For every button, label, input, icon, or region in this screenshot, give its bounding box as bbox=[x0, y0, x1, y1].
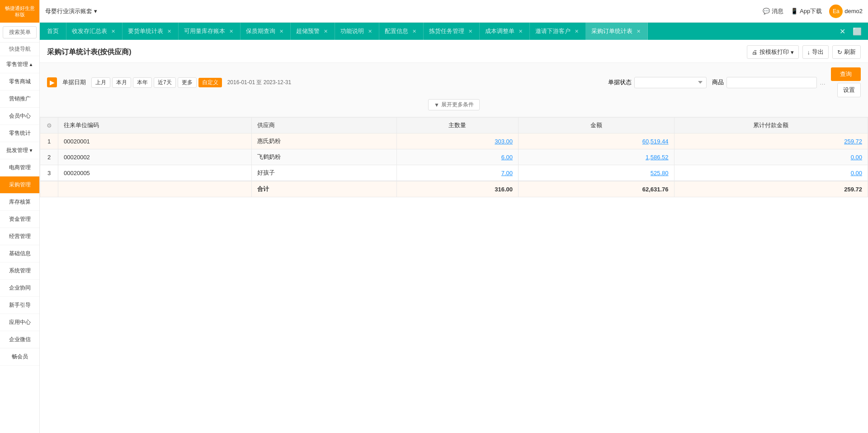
quantity-link[interactable]: 6.00 bbox=[501, 154, 513, 161]
sidebar-item-system[interactable]: 系统管理 bbox=[0, 262, 39, 280]
query-settings-area: 查询 设置 bbox=[831, 67, 861, 97]
table-row: 3 00020005 好孩子 7.00 525.80 0.00 bbox=[40, 165, 868, 181]
top-bar: 母婴行业演示账套 ▾ 💬 消息 📱 App下载 Ea demo2 bbox=[40, 0, 868, 23]
amount-link[interactable]: 60,519.44 bbox=[642, 138, 669, 145]
row-amount: 60,519.44 bbox=[519, 133, 675, 149]
filter-toggle-button[interactable]: ▶ bbox=[47, 77, 57, 87]
sidebar-item-retail-mall[interactable]: 零售商城 bbox=[0, 73, 39, 90]
sidebar-item-finance[interactable]: 资金管理 bbox=[0, 211, 39, 228]
quick-nav-label[interactable]: 快捷导航 bbox=[0, 43, 39, 56]
tab-maximize-button[interactable]: ⬜ bbox=[851, 26, 863, 37]
row-supplier: 惠氏奶粉 bbox=[252, 133, 396, 149]
message-button[interactable]: 💬 消息 bbox=[763, 7, 783, 15]
sidebar-item-label: 零售统计 bbox=[9, 129, 31, 137]
close-icon[interactable]: ✕ bbox=[635, 28, 642, 35]
table-footer-row: 合计 316.00 62,631.76 259.72 bbox=[40, 181, 868, 197]
tab-config-info[interactable]: 配置信息 ✕ bbox=[379, 23, 424, 40]
sidebar-item-operations[interactable]: 经营管理 bbox=[0, 228, 39, 245]
close-icon[interactable]: ✕ bbox=[367, 28, 373, 35]
footer-empty bbox=[58, 181, 252, 197]
date-option-last-month[interactable]: 上月 bbox=[91, 77, 110, 88]
refresh-button[interactable]: ↻ 刷新 bbox=[832, 45, 861, 59]
print-button[interactable]: 🖨 按模板打印 ▾ bbox=[747, 45, 799, 59]
row-code: 00020002 bbox=[58, 149, 252, 165]
date-option-this-month[interactable]: 本月 bbox=[112, 77, 131, 88]
close-icon[interactable]: ✕ bbox=[411, 28, 418, 35]
settings-button[interactable]: 设置 bbox=[837, 83, 861, 97]
close-icon[interactable]: ✕ bbox=[322, 28, 329, 35]
row-code: 00020001 bbox=[58, 133, 252, 149]
tab-overstock-warning[interactable]: 超储预警 ✕ bbox=[291, 23, 335, 40]
tab-purchase-order-stats[interactable]: 采购订单统计表 ✕ bbox=[586, 23, 648, 40]
close-icon[interactable]: ✕ bbox=[467, 28, 474, 35]
paid-link[interactable]: 259.72 bbox=[844, 138, 862, 145]
close-icon[interactable]: ✕ bbox=[228, 28, 235, 35]
tab-available-inventory[interactable]: 可用量库存账本 ✕ bbox=[179, 23, 241, 40]
date-option-more[interactable]: 更多 bbox=[178, 77, 197, 88]
status-select[interactable] bbox=[634, 77, 707, 88]
page-header-actions: 🖨 按模板打印 ▾ ↓ 导出 ↻ 刷新 bbox=[747, 45, 861, 59]
tab-close-button[interactable]: ✕ bbox=[838, 26, 847, 37]
sidebar-item-retail-management[interactable]: 零售管理 ▲ bbox=[0, 56, 39, 73]
sidebar-item-label: 应用中心 bbox=[9, 319, 31, 326]
sidebar-item-purchase[interactable]: 采购管理 bbox=[0, 176, 39, 194]
tab-label: 拣货任务管理 bbox=[429, 27, 464, 35]
row-index: 1 bbox=[40, 133, 58, 149]
tab-stock-summary[interactable]: 收发存汇总表 ✕ bbox=[66, 23, 123, 40]
goods-input[interactable] bbox=[726, 77, 817, 88]
close-icon[interactable]: ✕ bbox=[517, 28, 524, 35]
close-icon[interactable]: ✕ bbox=[573, 28, 580, 35]
export-button[interactable]: ↓ 导出 bbox=[802, 45, 829, 59]
amount-link[interactable]: 1,586.52 bbox=[646, 154, 669, 161]
sidebar-item-label: 企业微信 bbox=[9, 336, 31, 343]
amount-link[interactable]: 525.80 bbox=[651, 170, 669, 176]
close-icon[interactable]: ✕ bbox=[278, 28, 285, 35]
refresh-icon: ↻ bbox=[837, 49, 842, 56]
sidebar-item-newbie[interactable]: 新手引导 bbox=[0, 297, 39, 314]
tab-goods-order-stats[interactable]: 要货单统计表 ✕ bbox=[123, 23, 179, 40]
app-download-button[interactable]: 📱 App下载 bbox=[791, 7, 822, 15]
sidebar-item-marketing[interactable]: 营销推广 bbox=[0, 90, 39, 108]
date-option-this-year[interactable]: 本年 bbox=[133, 77, 152, 88]
sidebar-item-enterprise[interactable]: 企业协同 bbox=[0, 280, 39, 297]
sidebar-item-wholesale[interactable]: 批发管理 ▼ bbox=[0, 142, 39, 159]
expand-more-button[interactable]: ▼ 展开更多条件 bbox=[428, 99, 480, 110]
goods-label: 商品 bbox=[712, 78, 724, 86]
paid-link[interactable]: 0.00 bbox=[851, 154, 862, 161]
date-custom-badge: 自定义 bbox=[198, 78, 222, 87]
page-content: 采购订单统计表(按供应商) 🖨 按模板打印 ▾ ↓ 导出 ↻ 刷新 bbox=[40, 40, 868, 433]
tab-cost-adjust[interactable]: 成本调整单 ✕ bbox=[480, 23, 530, 40]
workspace-selector[interactable]: 母婴行业演示账套 ▾ bbox=[45, 7, 97, 15]
sidebar-item-wechat[interactable]: 企业微信 bbox=[0, 331, 39, 348]
quantity-link[interactable]: 7.00 bbox=[501, 170, 513, 176]
tab-function-desc[interactable]: 功能说明 ✕ bbox=[335, 23, 379, 40]
quantity-link[interactable]: 303.00 bbox=[495, 138, 513, 145]
dropdown-icon: ▾ bbox=[94, 8, 97, 14]
tab-pick-task[interactable]: 拣货任务管理 ✕ bbox=[424, 23, 480, 40]
sidebar-item-app-center[interactable]: 应用中心 bbox=[0, 314, 39, 331]
close-icon[interactable]: ✕ bbox=[110, 28, 117, 35]
sidebar-item-member-center[interactable]: 会员中心 bbox=[0, 108, 39, 125]
sidebar-item-retail-stats[interactable]: 零售统计 bbox=[0, 125, 39, 142]
column-settings-icon[interactable]: ⚙ bbox=[47, 122, 52, 129]
query-button[interactable]: 查询 bbox=[831, 67, 861, 81]
message-icon: 💬 bbox=[763, 8, 770, 14]
sidebar-item-label: 资金管理 bbox=[9, 215, 31, 223]
row-index: 3 bbox=[40, 165, 58, 181]
sidebar-item-ecommerce[interactable]: 电商管理 bbox=[0, 159, 39, 176]
sidebar-item-member[interactable]: 畅会员 bbox=[0, 348, 39, 366]
user-menu[interactable]: Ea demo2 bbox=[829, 5, 863, 18]
footer-empty bbox=[40, 181, 58, 197]
footer-paid: 259.72 bbox=[674, 181, 868, 197]
search-menu-button[interactable]: 搜索英单 bbox=[3, 26, 37, 38]
sidebar-item-basic-info[interactable]: 基础信息 bbox=[0, 245, 39, 262]
paid-link[interactable]: 0.00 bbox=[851, 170, 862, 176]
sidebar-item-inventory[interactable]: 库存核算 bbox=[0, 194, 39, 211]
tab-expiry-query[interactable]: 保质期查询 ✕ bbox=[241, 23, 291, 40]
goods-more-icon[interactable]: … bbox=[820, 79, 826, 86]
tab-invite-customer[interactable]: 邀请下游客户 ✕ bbox=[530, 23, 586, 40]
user-name: demo2 bbox=[844, 8, 863, 14]
close-icon[interactable]: ✕ bbox=[166, 28, 173, 35]
date-option-7days[interactable]: 近7天 bbox=[154, 77, 176, 88]
tab-home[interactable]: 首页 bbox=[40, 23, 66, 40]
